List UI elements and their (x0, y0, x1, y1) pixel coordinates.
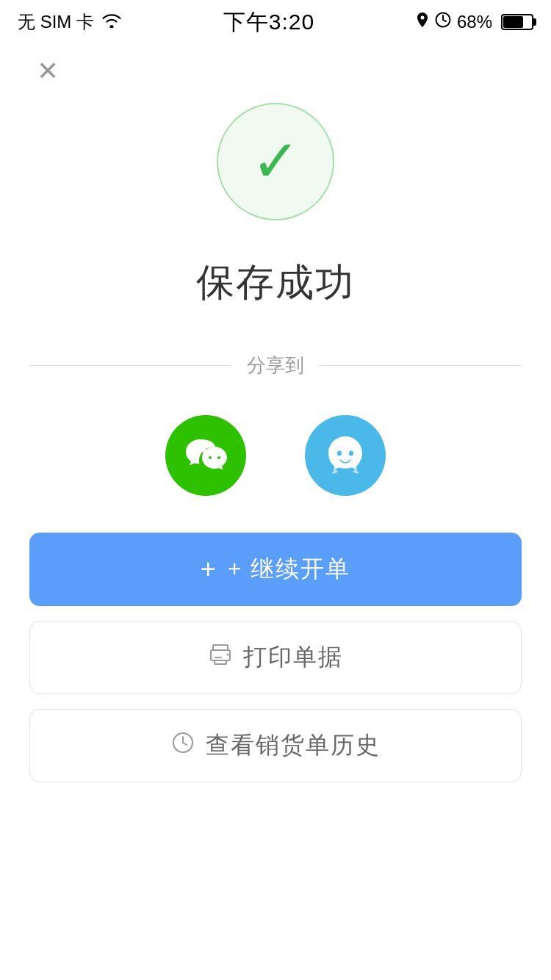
print-label: 打印单据 (243, 641, 343, 674)
status-time: 下午3:20 (223, 7, 314, 37)
print-icon (208, 642, 233, 673)
history-icon (170, 730, 195, 761)
status-left: 无 SIM 卡 (18, 10, 122, 34)
share-section: 分享到 (0, 353, 551, 496)
success-title: 保存成功 (196, 257, 355, 309)
wechat-share-button[interactable] (165, 415, 246, 496)
wifi-icon (101, 12, 122, 32)
qq-icon (322, 432, 369, 479)
clock-icon (435, 12, 451, 32)
plus-icon: + (201, 554, 217, 585)
checkmark-icon: ✓ (251, 132, 300, 191)
continue-label: + 继续开单 (228, 553, 351, 586)
status-right: 68% (416, 12, 533, 32)
main-content: ✓ 保存成功 分享到 (0, 44, 551, 782)
success-circle: ✓ (217, 103, 334, 220)
share-label: 分享到 (247, 353, 304, 378)
close-button[interactable]: ✕ (29, 53, 66, 90)
svg-rect-10 (215, 657, 222, 658)
battery-icon (501, 14, 533, 30)
history-button[interactable]: 查看销货单历史 (29, 709, 522, 782)
close-icon: ✕ (37, 58, 59, 84)
battery-percent: 68% (457, 12, 492, 32)
continue-button[interactable]: + + 继续开单 (29, 533, 522, 606)
print-button[interactable]: 打印单据 (29, 621, 522, 694)
svg-rect-11 (215, 660, 225, 661)
status-bar: 无 SIM 卡 下午3:20 68% (0, 0, 551, 44)
no-sim-label: 无 SIM 卡 (18, 10, 94, 34)
svg-point-5 (337, 451, 342, 456)
history-label: 查看销货单历史 (206, 729, 381, 762)
share-icons (29, 415, 522, 496)
svg-point-1 (194, 450, 198, 453)
svg-point-6 (349, 451, 353, 456)
svg-point-12 (227, 654, 229, 656)
location-icon (416, 12, 429, 32)
svg-point-4 (217, 456, 220, 459)
qq-share-button[interactable] (305, 415, 386, 496)
svg-point-3 (209, 456, 212, 459)
action-buttons: + + 继续开单 打印单据 (0, 533, 551, 782)
wechat-icon (182, 432, 229, 479)
share-divider: 分享到 (29, 353, 522, 378)
